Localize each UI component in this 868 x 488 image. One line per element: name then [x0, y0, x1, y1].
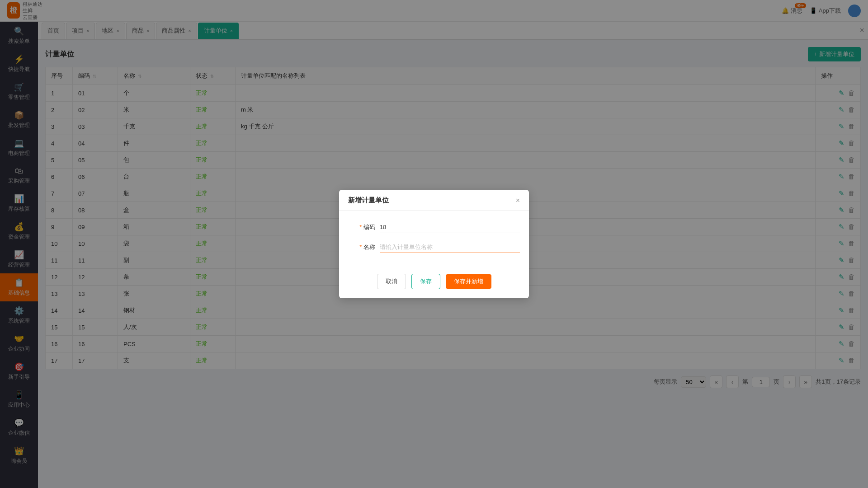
modal-overlay: 新增计量单位 × * 编码 * 名称 取消 保存 保存并新增: [0, 0, 868, 488]
form-row-name: * 名称: [348, 241, 520, 253]
modal-body: * 编码 * 名称: [339, 211, 529, 268]
modal-footer: 取消 保存 保存并新增: [339, 268, 529, 298]
modal-close-button[interactable]: ×: [516, 197, 520, 205]
name-input[interactable]: [380, 241, 520, 253]
add-unit-modal: 新增计量单位 × * 编码 * 名称 取消 保存 保存并新增: [339, 190, 529, 298]
code-label: * 编码: [348, 223, 375, 231]
save-button[interactable]: 保存: [411, 274, 440, 289]
save-and-new-button[interactable]: 保存并新增: [446, 274, 491, 289]
form-row-code: * 编码: [348, 221, 520, 233]
modal-title: 新增计量单位: [348, 196, 389, 205]
modal-header: 新增计量单位 ×: [339, 190, 529, 211]
cancel-button[interactable]: 取消: [377, 274, 406, 289]
code-input[interactable]: [380, 221, 520, 233]
name-label: * 名称: [348, 243, 375, 251]
